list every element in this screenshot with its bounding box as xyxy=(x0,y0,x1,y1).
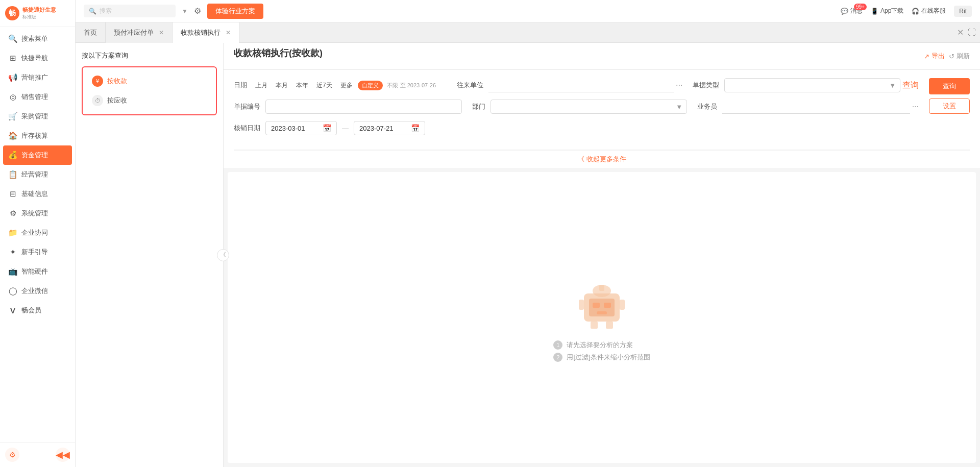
app-label: App下载 xyxy=(880,7,903,15)
date-btn-more[interactable]: 更多 xyxy=(337,80,356,91)
logo-badge: 标准版 xyxy=(22,14,56,20)
verify-date-end[interactable]: 2023-07-21 📅 xyxy=(354,121,425,135)
sidebar-item-label: 经营管理 xyxy=(21,170,48,179)
tab-home[interactable]: 首页 xyxy=(76,22,106,43)
sidebar-nav: 🔍 搜索菜单 ⊞ 快捷导航 📢 营销推广 ◎ 销售管理 🛒 采购管理 🏠 库存核… xyxy=(0,27,75,442)
staff-dots-btn[interactable]: ··· xyxy=(912,102,919,111)
dept-arrow: ▼ xyxy=(676,103,682,111)
logo-text: 畅捷通好生意 xyxy=(22,6,56,13)
filter-panel-collapse[interactable]: 《 xyxy=(217,249,229,261)
staff-input[interactable] xyxy=(722,100,910,114)
collapse-sidebar-icon[interactable]: ◀◀ xyxy=(56,448,70,462)
tab-verify-label: 收款核销执行 xyxy=(181,28,220,37)
sidebar-item-shortcut[interactable]: ⊞ 快捷导航 xyxy=(0,48,75,68)
calendar-end-icon: 📅 xyxy=(411,124,420,132)
maximize-icon[interactable]: ⛶ xyxy=(968,28,976,37)
sidebar-item-basic[interactable]: ⊟ 基础信息 xyxy=(0,184,75,204)
collapse-more-btn[interactable]: 《 收起更多条件 xyxy=(234,150,970,168)
bill-type-select[interactable]: ▼ xyxy=(724,78,900,92)
sidebar-item-capital[interactable]: 💰 资金管理 xyxy=(3,145,72,165)
sidebar-item-label: 智能硬件 xyxy=(21,267,48,276)
system-icon: ⚙ xyxy=(8,209,17,218)
page-header-row: 收款核销执行(按收款) ↗ 导出 ↺ 刷新 xyxy=(224,43,980,70)
sidebar-item-enterprise[interactable]: 📁 企业协同 xyxy=(0,223,75,242)
sidebar-item-label: 畅会员 xyxy=(21,306,41,315)
sidebar-item-inventory[interactable]: 🏠 库存核算 xyxy=(0,126,75,145)
hint-num-2: 2 xyxy=(553,353,562,362)
partner-input-area: ··· xyxy=(488,78,683,92)
topbar: 🔍 搜索 ▼ ⚙ 体验行业方案 💬 消息 99+ 📱 App下载 🎧 在线客服 … xyxy=(76,0,980,22)
member-icon: V xyxy=(8,306,17,315)
page-actions: ↗ 导出 ↺ 刷新 xyxy=(924,52,970,61)
svg-rect-7 xyxy=(591,322,598,329)
verify-date-start-text: 2023-03-01 xyxy=(271,125,320,132)
settings-icon[interactable]: ⚙ xyxy=(5,448,19,462)
collapse-icon: 《 xyxy=(578,155,584,164)
operation-icon: 📋 xyxy=(8,170,17,179)
tab-verify-close[interactable]: ✕ xyxy=(226,29,231,36)
sidebar-item-label: 营销推广 xyxy=(21,73,48,82)
sidebar-item-operation[interactable]: 📋 经营管理 xyxy=(0,165,75,184)
chevron-down-icon[interactable]: ▼ xyxy=(182,8,188,15)
hint-text-1: 请先选择要分析的方案 xyxy=(567,340,633,350)
sidebar-item-wechat[interactable]: ◯ 企业微信 xyxy=(0,281,75,301)
sidebar-item-label: 搜索菜单 xyxy=(21,34,48,43)
partner-dots-btn[interactable]: ··· xyxy=(676,81,682,90)
tab-verify[interactable]: 收款核销执行 ✕ xyxy=(173,22,239,43)
sidebar-item-sales[interactable]: ◎ 销售管理 xyxy=(0,87,75,107)
sidebar-item-guide[interactable]: ✦ 新手引导 xyxy=(0,242,75,262)
date-btn-custom[interactable]: 自定义 xyxy=(358,81,383,90)
receipt-icon: ¥ xyxy=(92,76,103,87)
user-menu[interactable]: Rit xyxy=(954,6,972,17)
setting-button[interactable]: 设置 xyxy=(929,99,970,114)
filter-option-by-receivable[interactable]: ⏱ 按应收 xyxy=(87,91,212,110)
sidebar-item-label: 采购管理 xyxy=(21,112,48,121)
sidebar: 畅 畅捷通好生意 标准版 🔍 搜索菜单 ⊞ 快捷导航 📢 营销推广 ◎ 销售管理… xyxy=(0,0,76,467)
sidebar-item-marketing[interactable]: 📢 营销推广 xyxy=(0,68,75,87)
svg-rect-2 xyxy=(593,303,600,308)
search-icon: 🔍 xyxy=(89,8,96,15)
refresh-button[interactable]: ↺ 刷新 xyxy=(949,52,970,61)
partner-input[interactable] xyxy=(488,78,674,92)
date-btn-7days[interactable]: 近7天 xyxy=(313,80,335,91)
wechat-icon: ◯ xyxy=(8,286,17,296)
bill-no-input[interactable] xyxy=(265,100,462,114)
date-btn-this-year[interactable]: 本年 xyxy=(293,80,311,91)
sidebar-item-search[interactable]: 🔍 搜索菜单 xyxy=(0,29,75,48)
message-button[interactable]: 💬 消息 99+ xyxy=(841,7,863,15)
enterprise-icon: 📁 xyxy=(8,228,17,237)
date-btn-this-month[interactable]: 本月 xyxy=(273,80,291,91)
sidebar-item-member[interactable]: V 畅会员 xyxy=(0,301,75,320)
tab-bar: 首页 预付冲应付单 ✕ 收款核销执行 ✕ ✕ ⛶ xyxy=(76,22,980,43)
export-button[interactable]: ↗ 导出 xyxy=(924,52,945,61)
verify-date-start[interactable]: 2023-03-01 📅 xyxy=(265,121,337,135)
tab-prepay-close[interactable]: ✕ xyxy=(159,29,164,36)
refresh-icon: ↺ xyxy=(949,53,954,60)
svg-rect-10 xyxy=(599,285,604,291)
filter-option-by-receipt[interactable]: ¥ 按收款 xyxy=(87,71,212,91)
app-download-button[interactable]: 📱 App下载 xyxy=(871,7,903,15)
close-window-icon[interactable]: ✕ xyxy=(957,28,964,37)
bill-type-query-btn[interactable]: 查询 xyxy=(902,80,919,91)
search-placeholder: 搜索 xyxy=(100,7,112,15)
svg-rect-5 xyxy=(579,300,584,310)
verify-date-label: 核销日期 xyxy=(234,124,260,133)
query-button[interactable]: 查询 xyxy=(929,78,970,94)
sales-icon: ◎ xyxy=(8,92,17,102)
filter-option-label: 按收款 xyxy=(107,77,127,86)
sidebar-item-system[interactable]: ⚙ 系统管理 xyxy=(0,204,75,223)
dept-select[interactable]: ▼ xyxy=(491,100,687,114)
online-service-button[interactable]: 🎧 在线客服 xyxy=(912,7,946,15)
sidebar-item-label: 销售管理 xyxy=(21,92,48,102)
search-icon: 🔍 xyxy=(8,34,17,43)
partner-label: 往来单位 xyxy=(457,81,483,90)
date-options: 上月 本月 本年 近7天 更多 自定义 不限 至 2023-07-26 xyxy=(252,80,447,91)
solution-button[interactable]: 体验行业方案 xyxy=(207,4,263,19)
staff-label: 业务员 xyxy=(697,102,717,111)
date-btn-last-month[interactable]: 上月 xyxy=(252,80,271,91)
sidebar-item-purchase[interactable]: 🛒 采购管理 xyxy=(0,107,75,126)
topbar-search[interactable]: 🔍 搜索 xyxy=(84,5,176,17)
gear-icon[interactable]: ⚙ xyxy=(194,6,201,16)
sidebar-item-hardware[interactable]: 📺 智能硬件 xyxy=(0,262,75,281)
tab-prepay[interactable]: 预付冲应付单 ✕ xyxy=(106,22,173,43)
